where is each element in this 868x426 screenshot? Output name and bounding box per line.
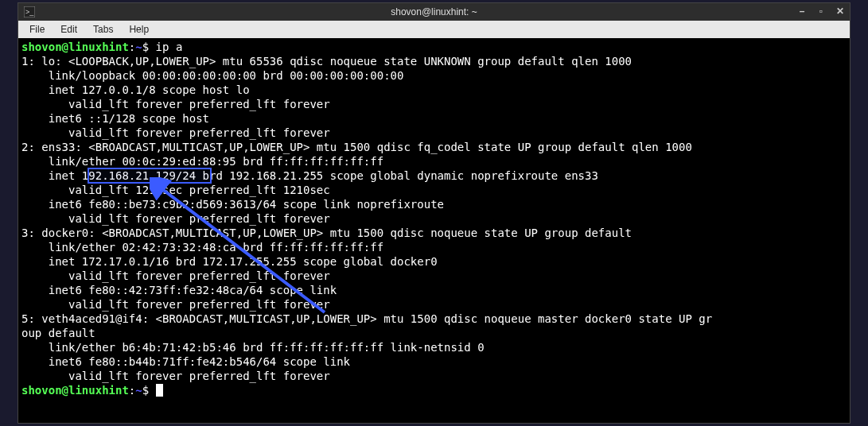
output-line: 2: ens33: <BROADCAST,MULTICAST,UP,LOWER_… [21, 141, 692, 153]
terminal-output[interactable]: shovon@linuxhint:~$ ip a 1: lo: <LOOPBAC… [18, 38, 850, 423]
output-line: valid_lft forever preferred_lft forever [21, 298, 330, 311]
window-title: shovon@linuxhint: ~ [391, 6, 477, 17]
prompt-cwd: ~ [135, 384, 142, 397]
command-text: ip a [156, 41, 183, 53]
output-line: valid_lft forever preferred_lft forever [21, 126, 330, 139]
output-line: link/ether 00:0c:29:ed:88:95 brd ff:ff:f… [21, 155, 383, 168]
output-line: inet6 fe80::be73:c9b2:d569:3613/64 scope… [21, 198, 450, 211]
menu-tabs[interactable]: Tabs [87, 22, 119, 37]
titlebar[interactable]: >_ shovon@linuxhint: ~ – ▫ ✕ [18, 3, 850, 21]
output-line: 3: docker0: <BROADCAST,MULTICAST,UP,LOWE… [21, 227, 638, 239]
output-line: link/loopback 00:00:00:00:00:00 brd 00:0… [21, 69, 403, 82]
output-line: inet 192.168.21.129/24 brd 192.168.21.25… [21, 169, 598, 182]
output-line: inet6 fe80::b44b:71ff:fe42:b546/64 scope… [21, 355, 356, 368]
output-line: inet 172.17.0.1/16 brd 172.17.255.255 sc… [21, 255, 438, 268]
output-line: link/ether b6:4b:71:42:b5:46 brd ff:ff:f… [21, 341, 485, 354]
terminal-window: >_ shovon@linuxhint: ~ – ▫ ✕ File Edit T… [18, 2, 850, 424]
output-line: 1: lo: <LOOPBACK,UP,LOWER_UP> mtu 65536 … [21, 55, 632, 68]
minimize-button[interactable]: – [796, 5, 808, 17]
output-line: valid_lft forever preferred_lft forever [21, 98, 330, 110]
svg-text:>_: >_ [25, 8, 34, 16]
prompt-symbol: $ [142, 384, 149, 397]
output-line: 5: veth4aced91@if4: <BROADCAST,MULTICAST… [21, 312, 712, 325]
prompt-userhost: shovon@linuxhint [21, 384, 129, 397]
close-button[interactable]: ✕ [834, 5, 847, 17]
output-line: inet6 fe80::42:73ff:fe32:48ca/64 scope l… [21, 284, 344, 296]
menubar: File Edit Tabs Help [18, 21, 850, 38]
window-controls: – ▫ ✕ [796, 5, 847, 17]
output-line: valid_lft forever preferred_lft forever [21, 370, 330, 382]
output-line: valid_lft forever preferred_lft forever [21, 269, 330, 282]
menu-help[interactable]: Help [123, 22, 155, 37]
cursor [156, 384, 163, 397]
prompt-symbol: $ [142, 41, 149, 53]
maximize-button[interactable]: ▫ [815, 5, 827, 17]
terminal-icon: >_ [23, 6, 36, 18]
output-line: inet6 ::1/128 scope host [21, 112, 216, 125]
prompt-userhost: shovon@linuxhint [21, 41, 129, 53]
menu-file[interactable]: File [23, 22, 51, 37]
output-line: link/ether 02:42:73:32:48:ca brd ff:ff:f… [21, 241, 383, 254]
prompt-cwd: ~ [135, 41, 142, 53]
output-line: inet 127.0.0.1/8 scope host lo [21, 83, 250, 96]
menu-edit[interactable]: Edit [54, 22, 84, 37]
output-line: valid_lft 1210sec preferred_lft 1210sec [21, 184, 330, 196]
output-line: valid_lft forever preferred_lft forever [21, 212, 330, 225]
output-line: oup default [21, 327, 102, 339]
